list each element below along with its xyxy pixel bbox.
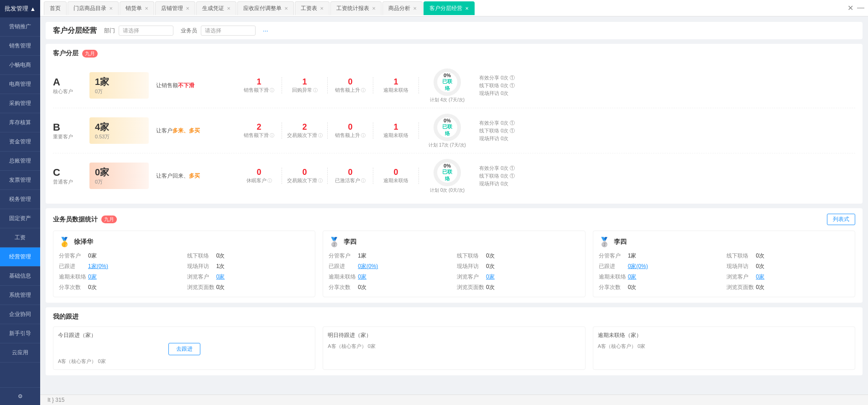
- info-icon[interactable]: ⓘ: [318, 132, 323, 139]
- list-view-button[interactable]: 列表式: [827, 214, 855, 225]
- sp-stat-row: 分享次数 0次: [59, 284, 182, 291]
- followup-sub-row: A客（核心客户） 0家: [58, 358, 310, 365]
- followup-header: 我的跟进: [53, 313, 855, 321]
- info-icon[interactable]: ⓘ: [313, 87, 318, 94]
- sidebar-item-xcdsc[interactable]: 小畅电商: [0, 56, 40, 75]
- sidebar-item-yyyy[interactable]: 云应用: [0, 343, 40, 363]
- salesperson-card-0: 🥇 徐泽华 分管客户 0家 线下联络 0次 已跟进: [53, 231, 315, 297]
- tab-close-icon[interactable]: ✕: [109, 6, 113, 11]
- dept-select[interactable]: 请选择: [119, 26, 173, 36]
- info-icon[interactable]: ⓘ: [270, 132, 274, 139]
- followup-overdue-box: 逾期未联络（家） A客（核心客户） 0家: [593, 326, 855, 370]
- tab-product-analysis[interactable]: 商品分析 ✕: [382, 1, 423, 15]
- tier-c-circle: 0% 已联络 计划 0次 (0天/次): [424, 158, 470, 194]
- tab-close-icon[interactable]: ✕: [320, 6, 324, 11]
- sidebar-expand-icon[interactable]: ▲: [30, 5, 36, 12]
- sp-stat-row: 线下联络 0次: [187, 252, 310, 260]
- bottom-hint: It } 315: [40, 394, 868, 405]
- tier-c-stat-3: 0 已激活客户 ⓘ: [328, 168, 373, 184]
- dept-label: 部门: [104, 27, 115, 35]
- goto-followup-button[interactable]: 去跟进: [168, 343, 200, 355]
- followup-tomorrow-title: 明日待跟进（家）: [328, 331, 580, 339]
- sidebar-item-jcxx[interactable]: 基础信息: [0, 267, 40, 286]
- tab-close-window-icon[interactable]: ✕: [847, 4, 853, 12]
- tier-c-count-box: 0家 0万: [89, 163, 149, 189]
- tab-close-icon[interactable]: ✕: [186, 6, 189, 11]
- dept-filter-group: 部门 请选择: [104, 26, 173, 36]
- tab-shop-manage[interactable]: 店铺管理 ✕: [155, 1, 195, 15]
- sidebar-item-zzgl[interactable]: 总账管理: [0, 152, 40, 171]
- sp-stat-row: 已跟进 1家(0%): [59, 263, 182, 270]
- tab-payroll[interactable]: 工资表 ✕: [295, 1, 329, 15]
- sidebar-item-gz[interactable]: 工资: [0, 228, 40, 247]
- tier-a-stat-4: 1 逾期未联络: [373, 77, 419, 94]
- sidebar-item-qyxt[interactable]: 企业协同: [0, 305, 40, 324]
- info-icon[interactable]: ⓘ: [361, 178, 366, 184]
- sidebar-item-xsgl[interactable]: 销售管理: [0, 37, 40, 56]
- info-icon[interactable]: ⓘ: [270, 87, 274, 94]
- sp-stat-row: 浏览客户 0家: [727, 273, 849, 281]
- tier-a-stat-1: 1 销售额下滑 ⓘ: [236, 77, 282, 94]
- sp-name-1: 李四: [344, 238, 356, 246]
- tab-store-products[interactable]: 门店商品目录 ✕: [68, 1, 119, 15]
- sp-header-0: 🥇 徐泽华: [59, 237, 309, 247]
- info-icon[interactable]: ⓘ: [361, 132, 366, 139]
- customer-tier-header: 客户分层 九月: [53, 49, 855, 58]
- tab-close-icon[interactable]: ✕: [284, 6, 288, 11]
- tier-b-count-box: 4家 0.53万: [89, 117, 149, 144]
- tier-c-label: C 普通客户: [53, 167, 89, 185]
- tab-sales-order[interactable]: 销货单 ✕: [120, 1, 154, 15]
- sp-stats-2: 分管客户 1家 线下联络 0次 已跟进 0家(0%) 现场拜访: [599, 252, 849, 291]
- tier-c-stat-1: 0 休眠客户 ⓘ: [236, 168, 282, 184]
- sp-name-0: 徐泽华: [74, 238, 93, 246]
- sp-stat-row: 分享次数 0次: [329, 284, 451, 291]
- page-title: 客户分层经营: [53, 26, 97, 36]
- tier-a-circle-chart: 0% 已联络: [433, 68, 462, 97]
- info-icon[interactable]: ⓘ: [267, 178, 272, 184]
- tab-close-icon[interactable]: ✕: [227, 6, 230, 11]
- info-icon[interactable]: ⓘ: [361, 87, 366, 94]
- info-icon[interactable]: ⓘ: [318, 178, 323, 184]
- tab-close-icon[interactable]: ✕: [372, 6, 376, 11]
- tab-payroll-report[interactable]: 工资统计报表 ✕: [330, 1, 382, 15]
- sidebar-item-zjgl[interactable]: 资金管理: [0, 132, 40, 152]
- sidebar-top-menu[interactable]: 批发管理 ▲: [0, 0, 40, 17]
- followup-title: 我的跟进: [53, 313, 78, 321]
- sp-stat-row: 逾期未联络 0家: [329, 273, 451, 281]
- sp-stat-row: 浏览页面数 0次: [727, 284, 849, 291]
- sales-select[interactable]: 请选择: [201, 26, 256, 36]
- sidebar-item-cggl[interactable]: 采购管理: [0, 94, 40, 113]
- sidebar-top-label: 批发管理: [5, 5, 28, 13]
- followup-today-box: 今日跟进（家） 去跟进 A客（核心客户） 0家: [53, 326, 315, 370]
- tab-gen-voucher[interactable]: 生成凭证 ✕: [196, 1, 236, 15]
- tab-close-icon[interactable]: ✕: [145, 6, 148, 11]
- sales-filter-group: 业务员 请选择: [181, 26, 256, 36]
- sidebar-item-dscgl[interactable]: 电商管理: [0, 75, 40, 94]
- tab-adjustment[interactable]: 应收应付调整单 ✕: [237, 1, 294, 15]
- sidebar-item-gdzcf[interactable]: 固定资产: [0, 209, 40, 228]
- followup-overdue-title: 逾期未联络（家）: [598, 331, 850, 339]
- sidebar-item-xsyd[interactable]: 新手引导: [0, 324, 40, 343]
- tab-customer-tier[interactable]: 客户分层经营 ✕: [424, 1, 475, 15]
- tab-close-icon[interactable]: ✕: [413, 6, 417, 11]
- salesperson-card-1: 🥈 李四 分管客户 1家 线下联络 0次 已跟进: [323, 231, 585, 297]
- circle-plan: 计划 4次 (7天/次): [430, 97, 465, 103]
- sidebar-settings[interactable]: ⚙: [0, 387, 40, 405]
- gear-icon[interactable]: ⚙: [18, 393, 23, 400]
- sidebar-item-swgl[interactable]: 税务管理: [0, 190, 40, 209]
- more-filter-icon[interactable]: ···: [263, 27, 268, 34]
- sidebar-item-fpgl[interactable]: 发票管理: [0, 171, 40, 190]
- sidebar-item-kchj[interactable]: 库存核算: [0, 113, 40, 132]
- salesperson-grid: 🥇 徐泽华 分管客户 0家 线下联络 0次 已跟进: [53, 231, 855, 297]
- followup-tomorrow-sub: A客（核心客户） 0家: [328, 343, 580, 350]
- sidebar-item-xtgl[interactable]: 系统管理: [0, 286, 40, 305]
- tab-home[interactable]: 首页: [44, 1, 67, 15]
- sidebar-item-jygl[interactable]: 经营管理: [0, 247, 40, 267]
- followup-section: 我的跟进 今日跟进（家） 去跟进 A客（核心客户） 0家 明日待跟进（家） A客…: [46, 307, 863, 375]
- tier-c-circle-chart: 0% 已联络: [433, 158, 462, 187]
- tier-c-suggestion: 让客户回来、多买: [156, 172, 229, 180]
- sidebar-item-yxtg[interactable]: 营销推广: [0, 17, 40, 37]
- tab-minimize-icon[interactable]: —: [857, 4, 864, 12]
- tab-close-icon[interactable]: ✕: [465, 6, 469, 11]
- tier-c-stat-2: 0 交易频次下滑 ⓘ: [282, 168, 328, 184]
